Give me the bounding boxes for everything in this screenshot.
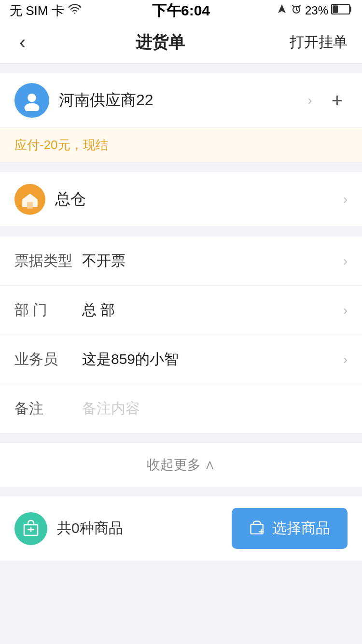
- salesperson-label: 业务员: [14, 350, 82, 369]
- department-label: 部 门: [14, 300, 82, 320]
- svg-point-0: [74, 13, 75, 14]
- gray-fill-area: [0, 560, 362, 644]
- open-pending-button[interactable]: 打开挂单: [290, 32, 348, 52]
- nav-bar: ‹ 进货单 打开挂单: [0, 21, 362, 64]
- status-time: 下午6:04: [152, 1, 210, 21]
- bottom-bar: 共0种商品 选择商品: [0, 496, 362, 560]
- status-left: 无 SIM 卡: [10, 2, 82, 19]
- add-supplier-button[interactable]: +: [327, 90, 348, 112]
- department-chevron-icon: ›: [343, 303, 348, 318]
- notice-text: 应付-20元，现结: [14, 138, 108, 152]
- status-right: 23%: [276, 3, 352, 18]
- collapse-row[interactable]: 收起更多 ∧: [0, 443, 362, 487]
- back-button[interactable]: ‹: [14, 27, 30, 58]
- svg-rect-3: [333, 5, 338, 13]
- salesperson-chevron-icon: ›: [343, 352, 348, 367]
- page-title: 进货单: [136, 31, 185, 54]
- supplier-avatar: [14, 83, 49, 118]
- product-icon: [14, 512, 47, 545]
- remark-row[interactable]: 备注 备注内容: [0, 384, 362, 434]
- top-divider: [0, 64, 362, 73]
- invoice-type-row[interactable]: 票据类型 不开票 ›: [0, 237, 362, 286]
- department-row[interactable]: 部 门 总 部 ›: [0, 286, 362, 335]
- svg-point-4: [28, 94, 36, 102]
- battery-icon: [331, 4, 352, 17]
- form-section: 票据类型 不开票 › 部 门 总 部 › 业务员 这是859的小智 › 备注 备…: [0, 237, 362, 434]
- status-bar: 无 SIM 卡 下午6:04 23%: [0, 0, 362, 21]
- location-icon: [276, 3, 288, 18]
- remark-input[interactable]: 备注内容: [82, 399, 348, 419]
- supplier-chevron-icon: ›: [307, 93, 312, 108]
- warehouse-icon: [14, 184, 45, 215]
- battery-label: 23%: [305, 4, 328, 17]
- salesperson-value: 这是859的小智: [82, 350, 343, 369]
- select-product-label: 选择商品: [272, 518, 330, 538]
- department-value: 总 部: [82, 300, 343, 320]
- svg-point-5: [25, 103, 40, 112]
- alarm-icon: [291, 3, 302, 18]
- warehouse-section: 总仓 ›: [0, 172, 362, 227]
- warehouse-row[interactable]: 总仓 ›: [0, 172, 362, 227]
- svg-rect-7: [27, 202, 32, 209]
- salesperson-row[interactable]: 业务员 这是859的小智 ›: [0, 335, 362, 384]
- warehouse-chevron-icon: ›: [343, 192, 348, 207]
- carrier-label: 无 SIM 卡: [10, 2, 64, 19]
- supplier-section: 河南供应商22 › + 应付-20元，现结: [0, 73, 362, 163]
- supplier-name: 河南供应商22: [59, 90, 307, 111]
- product-count-label: 共0种商品: [57, 518, 222, 538]
- select-product-button[interactable]: 选择商品: [232, 508, 348, 549]
- warehouse-name: 总仓: [55, 189, 343, 210]
- supplier-row[interactable]: 河南供应商22 › +: [0, 73, 362, 128]
- collapse-label: 收起更多 ∧: [147, 456, 216, 474]
- remark-label: 备注: [14, 399, 82, 419]
- select-product-icon: [249, 520, 266, 537]
- invoice-type-label: 票据类型: [14, 251, 82, 271]
- wifi-icon: [68, 2, 82, 19]
- invoice-type-chevron-icon: ›: [343, 253, 348, 269]
- invoice-type-value: 不开票: [82, 251, 343, 271]
- notice-bar: 应付-20元，现结: [0, 128, 362, 163]
